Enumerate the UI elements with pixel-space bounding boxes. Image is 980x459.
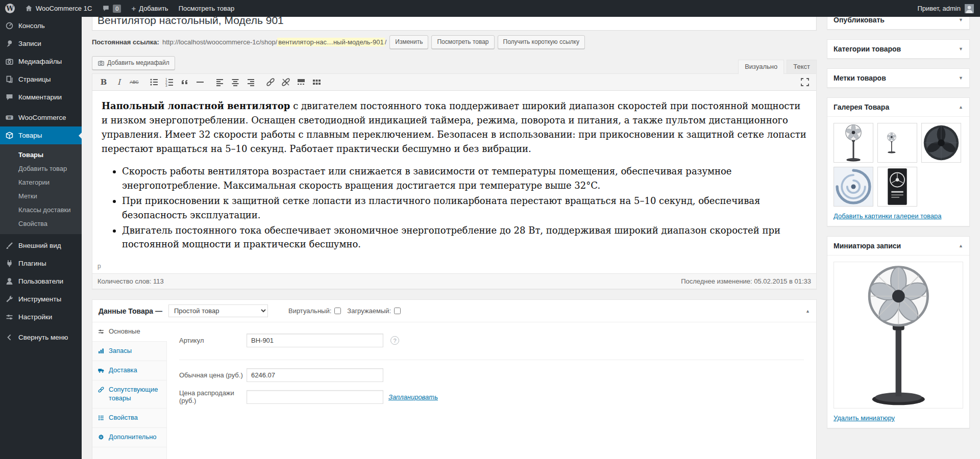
align-right-button[interactable] bbox=[243, 76, 258, 88]
admin-bar-site-name[interactable]: WooCommerce 1C bbox=[20, 0, 97, 17]
bulleted-list-button[interactable] bbox=[147, 76, 161, 88]
chevron-down-icon[interactable]: ▼ bbox=[959, 46, 963, 52]
regular-price-input[interactable] bbox=[247, 368, 383, 382]
distraction-free-button[interactable] bbox=[798, 76, 812, 88]
sidebar-item-plugins[interactable]: Плагины bbox=[0, 254, 82, 272]
gallery-image-fan-head[interactable] bbox=[921, 123, 961, 163]
admin-bar-view-product[interactable]: Посмотреть товар bbox=[174, 0, 240, 17]
product-feature-list: Скорость работы вентилятора возрастает и… bbox=[122, 164, 807, 251]
strikethrough-button[interactable]: ABC bbox=[127, 76, 141, 88]
sidebar-item-woocommerce[interactable]: W WooCommerce bbox=[0, 109, 82, 126]
sidebar-item-media[interactable]: Медиафайлы bbox=[0, 53, 82, 70]
wordpress-logo-button[interactable]: W bbox=[0, 0, 20, 17]
italic-button[interactable]: I bbox=[112, 76, 126, 88]
bold-button[interactable]: B bbox=[96, 76, 111, 88]
editor-element-path: p bbox=[92, 262, 816, 273]
avatar[interactable] bbox=[965, 4, 974, 13]
help-icon[interactable]: ? bbox=[390, 336, 399, 345]
schedule-sale-link[interactable]: Запланировать bbox=[388, 393, 438, 401]
categories-panel-header[interactable]: Категории товаров ▼ bbox=[827, 40, 969, 58]
admin-bar-new-button[interactable]: + Добавить bbox=[126, 0, 173, 17]
edit-permalink-button[interactable]: Изменить bbox=[389, 35, 428, 49]
add-media-button[interactable]: Добавить медиафайл bbox=[92, 56, 175, 70]
sidebar-item-settings[interactable]: Настройки bbox=[0, 308, 82, 326]
submenu-item-attributes[interactable]: Свойства bbox=[0, 217, 82, 231]
featured-image-panel-header[interactable]: Миниатюра записи ▲ bbox=[827, 237, 969, 255]
dashboard-icon bbox=[5, 21, 14, 30]
sidebar-item-dashboard[interactable]: Консоль bbox=[0, 17, 82, 35]
permalink-editable-slug[interactable]: вентилятор-нас…ный-модель-901 bbox=[277, 38, 384, 46]
tab-shipping[interactable]: Доставка bbox=[92, 361, 166, 380]
tab-inventory[interactable]: Запасы bbox=[92, 342, 166, 361]
list-icon bbox=[97, 414, 105, 421]
gallery-panel-header[interactable]: Галерея Товара ▲ bbox=[827, 98, 969, 116]
numbered-list-button[interactable]: 123 bbox=[162, 76, 177, 88]
submenu-item-products[interactable]: Товары bbox=[0, 148, 82, 162]
sidebar-item-label: Консоль bbox=[18, 22, 45, 30]
featured-image[interactable] bbox=[834, 262, 963, 409]
sidebar-item-pages[interactable]: Страницы bbox=[0, 70, 82, 88]
editor-content-area[interactable]: Напольный лопастной вентилятор с двигате… bbox=[92, 91, 816, 262]
align-left-button[interactable] bbox=[213, 76, 227, 88]
sidebar-item-users[interactable]: Пользователи bbox=[0, 272, 82, 290]
sale-price-input[interactable] bbox=[247, 390, 383, 404]
sku-input[interactable] bbox=[247, 334, 383, 347]
blockquote-button[interactable] bbox=[178, 76, 192, 88]
align-center-button[interactable] bbox=[228, 76, 242, 88]
virtual-checkbox[interactable] bbox=[334, 308, 341, 314]
remove-link-button[interactable] bbox=[279, 76, 293, 88]
plugin-icon bbox=[5, 259, 14, 268]
general-icon bbox=[97, 328, 105, 335]
add-gallery-images-link[interactable]: Добавить картинки галереи товара bbox=[834, 212, 942, 220]
camera-icon bbox=[5, 57, 14, 66]
submenu-item-add-product[interactable]: Добавить товар bbox=[0, 162, 82, 175]
horizontal-rule-icon bbox=[195, 77, 205, 87]
sidebar-item-appearance[interactable]: Внешний вид bbox=[0, 237, 82, 254]
horizontal-rule-button[interactable] bbox=[193, 76, 207, 88]
insert-link-button[interactable] bbox=[263, 76, 278, 88]
tab-general[interactable]: Основные bbox=[92, 322, 167, 342]
gallery-image-fan-tall[interactable] bbox=[877, 123, 917, 163]
product-data-panel: Данные Товара — Простой товар Виртуальны… bbox=[92, 299, 817, 459]
sidebar-item-collapse-menu[interactable]: Свернуть меню bbox=[0, 328, 82, 346]
submenu-item-shipping-classes[interactable]: Классы доставки bbox=[0, 203, 82, 217]
gallery-image-fan-front[interactable] bbox=[834, 123, 873, 163]
align-left-icon bbox=[215, 77, 225, 87]
submenu-item-tags[interactable]: Метки bbox=[0, 189, 82, 203]
sidebar-item-comments[interactable]: Комментарии bbox=[0, 88, 82, 106]
admin-bar-comments[interactable]: 0 bbox=[97, 0, 126, 17]
align-center-icon bbox=[230, 77, 240, 87]
chevron-down-icon[interactable]: ▼ bbox=[959, 17, 963, 22]
downloadable-checkbox[interactable] bbox=[394, 308, 401, 314]
product-type-select[interactable]: Простой товар bbox=[168, 304, 268, 317]
gear-icon bbox=[97, 434, 105, 441]
view-product-button[interactable]: Посмотреть товар bbox=[431, 35, 494, 49]
sidebar-item-posts[interactable]: Записи bbox=[0, 35, 82, 53]
more-tag-button[interactable] bbox=[294, 76, 308, 88]
chevron-up-icon[interactable]: ▲ bbox=[959, 243, 963, 248]
chevron-up-icon[interactable]: ▲ bbox=[959, 105, 963, 110]
gallery-image-fan-swirl[interactable] bbox=[834, 167, 873, 207]
remove-featured-image-link[interactable]: Удалить миниатюру bbox=[834, 414, 895, 422]
toolbar-toggle-icon bbox=[311, 77, 322, 87]
tab-visual[interactable]: Визуально bbox=[738, 60, 784, 74]
tab-text[interactable]: Текст bbox=[787, 60, 817, 73]
gallery-image-fan-box[interactable] bbox=[877, 167, 917, 207]
get-shortlink-button[interactable]: Получить короткую ссылку bbox=[498, 35, 585, 49]
submenu-item-categories[interactable]: Категории bbox=[0, 175, 82, 189]
sidebar-item-label: Записи bbox=[18, 40, 41, 47]
pushpin-icon bbox=[5, 39, 14, 48]
panel-toggle-icon[interactable]: ▲ bbox=[805, 309, 810, 314]
tab-advanced[interactable]: Дополнительно bbox=[92, 428, 166, 447]
sidebar-item-tools[interactable]: Инструменты bbox=[0, 290, 82, 308]
tags-panel-header[interactable]: Метки товаров ▼ bbox=[827, 69, 969, 87]
tab-linked-products[interactable]: Сопутствующие товары bbox=[92, 380, 166, 409]
product-tags-panel: Метки товаров ▼ bbox=[827, 68, 970, 88]
toolbar-toggle-button[interactable] bbox=[309, 76, 324, 88]
sidebar-item-products[interactable]: Товары bbox=[0, 126, 82, 144]
admin-bar-my-account[interactable]: Привет, admin bbox=[917, 0, 961, 17]
feature-item: При прикосновении к защитной сетке лопас… bbox=[122, 194, 807, 222]
tab-attributes[interactable]: Свойства bbox=[92, 409, 166, 428]
description-lead-bold: Напольный лопастной вентилятор bbox=[102, 100, 290, 111]
chevron-down-icon[interactable]: ▼ bbox=[959, 75, 963, 81]
